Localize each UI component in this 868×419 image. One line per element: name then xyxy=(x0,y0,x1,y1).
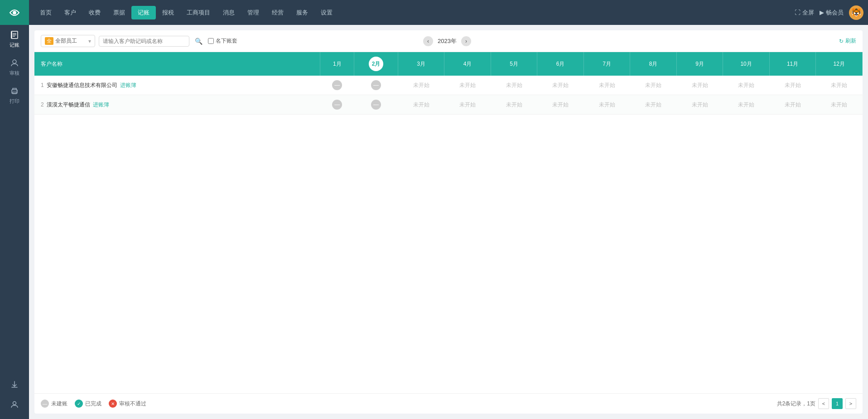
avatar[interactable]: 🐯 xyxy=(849,5,863,20)
nav-operate[interactable]: 经营 xyxy=(265,6,290,19)
content: 全 全部员工 ▾ 🔍 名下账套 ‹ 2023年 › ↻ xyxy=(29,25,868,419)
col-header-dec: 12月 xyxy=(816,52,863,76)
sidebar-item-print[interactable]: 打印 xyxy=(0,81,29,109)
not-started-label: 未开始 xyxy=(506,101,522,108)
year-nav: ‹ 2023年 › xyxy=(423,36,471,46)
month-cell: 未开始 xyxy=(630,76,677,95)
col-header-feb: 2月 xyxy=(354,52,398,76)
col-header-jan: 1月 xyxy=(320,52,354,76)
nav-invoice[interactable]: 票据 xyxy=(107,6,131,19)
col-header-nov: 11月 xyxy=(769,52,816,76)
nav-message[interactable]: 消息 xyxy=(217,6,241,19)
year-prev-btn[interactable]: ‹ xyxy=(423,36,433,46)
sidebar-item-print-label: 打印 xyxy=(10,98,19,105)
col-header-mar: 3月 xyxy=(398,52,444,76)
month-cell: 未开始 xyxy=(583,76,630,95)
search-icon: 🔍 xyxy=(195,38,203,45)
nav-business[interactable]: 工商项目 xyxy=(180,6,217,19)
not-started-label: 未开始 xyxy=(413,101,429,108)
sidebar-item-audit[interactable]: 审核 xyxy=(0,53,29,81)
nav-bookkeeping[interactable]: 记账 xyxy=(131,6,156,19)
company-name: 漠漠太平畅捷通信 xyxy=(47,101,90,108)
col-header-name: 客户名称 xyxy=(34,52,320,76)
status-dot xyxy=(371,80,381,90)
nav-home[interactable]: 首页 xyxy=(34,6,58,19)
total-records: 共2条记录，1页 xyxy=(777,400,815,408)
nav-billing[interactable]: 收费 xyxy=(82,6,107,19)
sidebar-item-bookkeeping[interactable]: 记账 xyxy=(0,25,29,53)
sidebar: 记账 审核 打印 xyxy=(0,0,29,419)
under-account-label: 名下账套 xyxy=(216,37,237,45)
month-cell: 未开始 xyxy=(537,76,584,95)
row-name-cell: 2漠漠太平畅捷通信 进账簿 xyxy=(34,95,320,115)
footer-pagination: 共2条记录，1页 < 1 > xyxy=(777,398,856,409)
page-current-btn[interactable]: 1 xyxy=(832,398,843,409)
app-logo xyxy=(0,0,29,25)
enter-account-link[interactable]: 进账簿 xyxy=(120,82,136,88)
fullscreen-btn[interactable]: ⛶ 全屏 xyxy=(795,9,814,17)
legend-grey-dot xyxy=(41,400,49,408)
refresh-button[interactable]: ↻ 刷新 xyxy=(839,37,856,45)
month-cell: 未开始 xyxy=(444,95,491,115)
svg-point-10 xyxy=(13,402,16,405)
month-cell xyxy=(320,95,354,115)
month-cell: 未开始 xyxy=(444,76,491,95)
month-cell: 未开始 xyxy=(491,76,537,95)
svg-point-9 xyxy=(16,91,17,92)
table-row: 2漠漠太平畅捷通信 进账簿未开始未开始未开始未开始未开始未开始未开始未开始未开始… xyxy=(34,95,863,115)
not-started-label: 未开始 xyxy=(552,82,569,88)
nav-manage[interactable]: 管理 xyxy=(241,6,265,19)
bookkeeping-icon xyxy=(8,29,21,40)
legend-completed-label: 已完成 xyxy=(85,400,101,408)
nav-client[interactable]: 客户 xyxy=(58,6,82,19)
sidebar-item-audit-label: 审核 xyxy=(10,70,19,77)
year-next-btn[interactable]: › xyxy=(461,36,471,46)
vip-btn[interactable]: ▶ 畅会员 xyxy=(820,9,844,17)
sidebar-item-bookkeeping-label: 记账 xyxy=(10,42,19,48)
main-area: 首页 客户 收费 票据 记账 报税 工商项目 消息 管理 经营 服务 设置 ⛶ … xyxy=(29,0,868,419)
search-input[interactable] xyxy=(99,36,189,47)
nav-settings[interactable]: 设置 xyxy=(314,6,339,19)
nav-service[interactable]: 服务 xyxy=(290,6,314,19)
legend-not-created-label: 未建账 xyxy=(51,400,68,408)
not-started-label: 未开始 xyxy=(785,82,801,88)
col-header-apr: 4月 xyxy=(444,52,491,76)
under-account-input[interactable] xyxy=(208,38,214,44)
under-account-checkbox[interactable]: 名下账套 xyxy=(208,37,237,45)
sidebar-bottom xyxy=(0,375,29,419)
toolbar: 全 全部员工 ▾ 🔍 名下账套 ‹ 2023年 › ↻ xyxy=(34,30,863,52)
not-started-label: 未开始 xyxy=(645,82,661,88)
nav-tax[interactable]: 报税 xyxy=(156,6,180,19)
not-started-label: 未开始 xyxy=(506,82,522,88)
sidebar-item-user[interactable] xyxy=(0,395,29,414)
page-prev-btn[interactable]: < xyxy=(818,398,829,409)
nav-right: ⛶ 全屏 ▶ 畅会员 🐯 xyxy=(795,5,863,20)
not-started-label: 未开始 xyxy=(599,82,615,88)
search-button[interactable]: 🔍 xyxy=(193,36,204,47)
row-number: 2 xyxy=(41,101,44,108)
row-name-cell: 1安徽畅捷通信息技术有限公司 进账簿 xyxy=(34,76,320,95)
col-header-aug: 8月 xyxy=(630,52,677,76)
legend-completed: 已完成 xyxy=(75,400,101,408)
month-cell xyxy=(354,76,398,95)
col-header-sep: 9月 xyxy=(676,52,723,76)
fullscreen-icon: ⛶ xyxy=(795,9,800,16)
sidebar-item-download[interactable] xyxy=(0,375,29,395)
page-next-btn[interactable]: > xyxy=(845,398,856,409)
svg-point-6 xyxy=(13,60,16,63)
enter-account-link[interactable]: 进账簿 xyxy=(93,101,109,108)
row-number: 1 xyxy=(41,82,44,88)
not-started-label: 未开始 xyxy=(459,101,476,108)
employee-select[interactable]: 全 全部员工 ▾ xyxy=(41,35,95,47)
year-display: 2023年 xyxy=(438,37,457,45)
company-name: 安徽畅捷通信息技术有限公司 xyxy=(47,82,117,88)
not-started-label: 未开始 xyxy=(738,101,754,108)
col-header-may: 5月 xyxy=(491,52,537,76)
legend-red-dot xyxy=(109,400,117,408)
legend-rejected-label: 审核不通过 xyxy=(119,400,146,408)
not-started-label: 未开始 xyxy=(645,101,661,108)
month-cell: 未开始 xyxy=(491,95,537,115)
employee-label: 全部员工 xyxy=(55,37,77,45)
table-row: 1安徽畅捷通信息技术有限公司 进账簿未开始未开始未开始未开始未开始未开始未开始未… xyxy=(34,76,863,95)
status-dot xyxy=(332,100,342,110)
